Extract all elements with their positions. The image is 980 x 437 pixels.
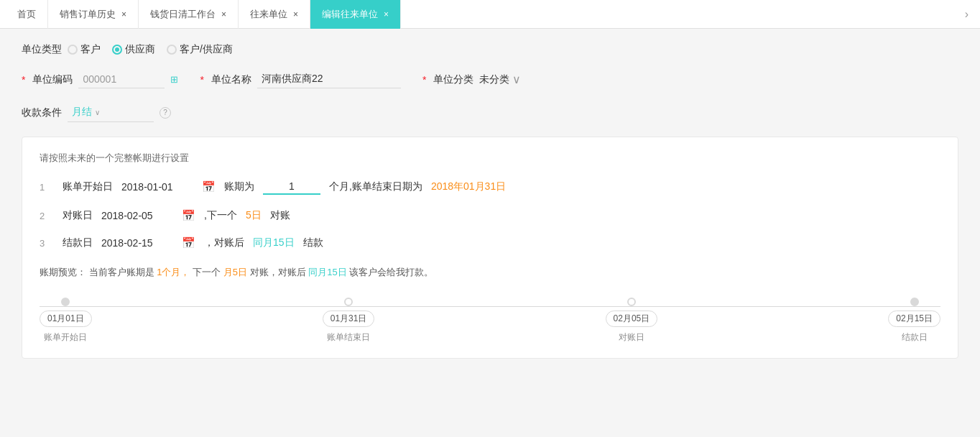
period-label-2: 对账日: [63, 209, 93, 222]
category-label: 单位分类: [433, 73, 473, 86]
period-suffix-before-1: 账期为: [224, 180, 254, 193]
period-months-input[interactable]: [263, 179, 320, 195]
period-date-3: 2018-02-15: [101, 237, 173, 249]
period-date-2: 2018-02-05: [101, 210, 173, 221]
tab-sales-history-close[interactable]: ×: [121, 9, 126, 19]
period-cal-icon-1[interactable]: 📅: [202, 180, 216, 193]
payment-row: 收款条件 月结 ∨ ?: [22, 103, 958, 122]
payment-label: 收款条件: [22, 106, 62, 119]
tab-cash-work[interactable]: 钱货日清工作台 ×: [139, 0, 239, 29]
period-num-1: 1: [40, 182, 54, 193]
tab-sales-history[interactable]: 销售订单历史 ×: [48, 0, 139, 29]
period-num-2: 2: [40, 211, 54, 221]
tab-home[interactable]: 首页: [6, 0, 48, 29]
category-field: * 单位分类 未分类 ∨: [422, 73, 521, 86]
unit-type-field: 单位类型 客户 供应商 客户/供应商: [22, 43, 233, 56]
period-suffix-after-3: 结款: [303, 236, 323, 249]
payment-dropdown[interactable]: 月结 ∨: [68, 103, 154, 122]
code-copy-icon[interactable]: ⊞: [170, 74, 178, 85]
timeline-date-label-4: 结款日: [902, 331, 928, 344]
code-required: *: [22, 74, 25, 86]
timeline-node-1: 01月01日 账单开始日: [40, 298, 92, 344]
radio-both-circle: [167, 45, 177, 55]
code-label: 单位编码: [32, 73, 73, 86]
name-required: *: [200, 74, 203, 86]
timeline-node-4: 02月15日 结款日: [888, 298, 940, 344]
period-end-date-highlight: 2018年01月31日: [431, 180, 506, 193]
period-label-1: 账单开始日: [63, 180, 113, 193]
unit-type-radio-group: 客户 供应商 客户/供应商: [68, 43, 233, 56]
preview-text-2: 下一个: [193, 267, 221, 277]
unit-type-label: 单位类型: [22, 43, 62, 56]
payment-dropdown-arrow-icon: ∨: [95, 109, 100, 116]
payment-field: 收款条件 月结 ∨ ?: [22, 103, 171, 122]
period-cal-icon-3[interactable]: 📅: [182, 236, 195, 249]
period-suffix-before-3: ，对账后: [204, 236, 244, 249]
name-input[interactable]: [257, 70, 401, 88]
tab-more-button[interactable]: ›: [959, 8, 974, 21]
radio-customer-label: 客户: [80, 43, 101, 56]
code-input[interactable]: [78, 70, 165, 88]
preview-highlight-1: 1个月，: [157, 267, 190, 277]
payment-value: 月结: [72, 106, 92, 119]
timeline-date-badge-2: 01月31日: [323, 310, 375, 327]
tab-cash-work-close[interactable]: ×: [221, 9, 226, 19]
preview-text-4: 该客户会给我打款。: [349, 267, 433, 277]
code-name-category-row: * 单位编码 ⊞ * 单位名称 * 单位分类 未分类 ∨: [22, 70, 958, 88]
category-required: *: [422, 74, 426, 86]
name-field: * 单位名称: [200, 70, 400, 88]
radio-both[interactable]: 客户/供应商: [167, 43, 233, 56]
category-arrow-icon: ∨: [512, 73, 521, 86]
preview-text-1: 当前客户账期是: [89, 267, 154, 277]
timeline-nodes: 01月01日 账单开始日 01月31日 账单结束日 02月05日 对账日: [40, 298, 940, 344]
period-suffix-after-1: 个月,账单结束日期为: [329, 180, 422, 193]
period-label-3: 结款日: [63, 236, 93, 249]
timeline: 01月01日 账单开始日 01月31日 账单结束日 02月05日 对账日: [40, 298, 940, 344]
period-cal-icon-2[interactable]: 📅: [182, 209, 195, 222]
timeline-date-badge-1: 01月01日: [40, 310, 92, 327]
timeline-node-3: 02月05日 对账日: [606, 298, 658, 344]
timeline-node-circle-2: [344, 298, 353, 306]
unit-type-row: 单位类型 客户 供应商 客户/供应商: [22, 43, 958, 56]
timeline-date-label-1: 账单开始日: [44, 331, 87, 344]
name-label: 单位名称: [211, 73, 251, 86]
period-payment-highlight: 同月15日: [253, 236, 295, 249]
code-field: * 单位编码 ⊞: [22, 70, 178, 88]
radio-both-label: 客户/供应商: [180, 43, 233, 56]
period-row-3: 3 结款日 2018-02-15 📅 ，对账后 同月15日 结款: [40, 236, 940, 249]
preview-highlight-3: 同月15日: [308, 267, 346, 277]
payment-period-panel: 请按照未来的一个完整帐期进行设置 1 账单开始日 2018-01-01 📅 账期…: [22, 137, 958, 359]
timeline-node-2: 01月31日 账单结束日: [323, 298, 375, 344]
preview-highlight-2: 月5日: [223, 267, 247, 277]
tab-bar: 首页 销售订单历史 × 钱货日清工作台 × 往来单位 × 编辑往来单位 × ›: [0, 0, 980, 29]
category-value: 未分类: [479, 73, 509, 86]
timeline-node-circle-4: [910, 298, 919, 306]
timeline-node-circle-1: [61, 298, 70, 306]
timeline-node-circle-3: [627, 298, 636, 306]
period-num-3: 3: [40, 238, 54, 249]
radio-supplier-label: 供应商: [125, 43, 155, 56]
timeline-date-label-2: 账单结束日: [327, 331, 370, 344]
radio-supplier-circle: [112, 45, 122, 55]
category-dropdown[interactable]: 未分类 ∨: [479, 73, 521, 86]
period-reconcile-highlight: 5日: [246, 209, 262, 222]
tab-counterpart-close[interactable]: ×: [293, 9, 298, 19]
radio-customer-circle: [68, 45, 78, 55]
period-row-2: 2 对账日 2018-02-05 📅 ,下一个 5日 对账: [40, 209, 940, 222]
main-content: 单位类型 客户 供应商 客户/供应商 * 单位编码: [0, 29, 980, 437]
period-suffix-after-2: 对账: [270, 209, 290, 222]
preview-text-3: 对账，对账后: [250, 267, 306, 277]
timeline-date-label-3: 对账日: [619, 331, 644, 344]
radio-supplier[interactable]: 供应商: [112, 43, 155, 56]
preview-label: 账期预览：: [40, 267, 86, 277]
tab-edit-counterpart-close[interactable]: ×: [384, 9, 389, 19]
panel-hint: 请按照未来的一个完整帐期进行设置: [40, 152, 940, 165]
preview-text: 账期预览： 当前客户账期是 1个月， 下一个 月5日 对账，对账后 同月15日 …: [40, 264, 940, 280]
period-suffix-before-2: ,下一个: [204, 209, 237, 222]
tab-edit-counterpart[interactable]: 编辑往来单位 ×: [310, 0, 401, 29]
timeline-date-badge-4: 02月15日: [888, 310, 940, 327]
radio-customer[interactable]: 客户: [68, 43, 101, 56]
payment-help-icon[interactable]: ?: [160, 107, 171, 119]
tab-counterpart[interactable]: 往来单位 ×: [239, 0, 310, 29]
timeline-date-badge-3: 02月05日: [606, 310, 658, 327]
